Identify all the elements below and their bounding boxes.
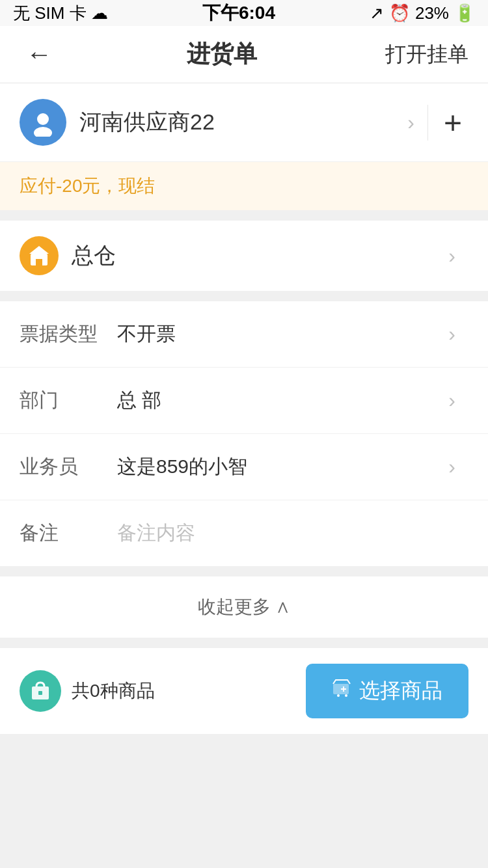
invoice-type-value: 不开票 xyxy=(98,321,448,347)
product-count-text: 共0种商品 xyxy=(72,679,155,703)
payment-notice: 应付-20元，现结 xyxy=(0,162,488,210)
select-product-label: 选择商品 xyxy=(359,677,442,705)
chevron-right-icon: › xyxy=(407,111,414,135)
battery-icon: 🔋 xyxy=(454,3,475,23)
department-value: 总 部 xyxy=(98,387,448,414)
department-row[interactable]: 部门 总 部 › xyxy=(0,368,488,434)
invoice-type-label: 票据类型 xyxy=(20,321,98,347)
nav-bar: ← 进货单 打开挂单 xyxy=(0,26,488,83)
open-pending-button[interactable]: 打开挂单 xyxy=(385,40,468,69)
cart-icon xyxy=(332,679,351,703)
collapse-label: 收起更多 ∧ xyxy=(198,595,291,619)
remark-row[interactable]: 备注 备注内容 xyxy=(0,500,488,566)
warehouse-icon xyxy=(20,236,59,275)
status-right: ↗ ⏰ 23% 🔋 xyxy=(370,3,475,23)
battery-text: 23% xyxy=(415,3,449,23)
svg-point-9 xyxy=(345,694,347,697)
remark-input[interactable]: 备注内容 xyxy=(98,520,468,547)
svg-point-1 xyxy=(34,127,52,137)
warehouse-row[interactable]: 总仓 › xyxy=(0,221,488,291)
warehouse-name: 总仓 xyxy=(72,241,448,271)
svg-point-0 xyxy=(37,113,49,125)
svg-rect-4 xyxy=(36,259,42,265)
supplier-section: 河南供应商22 › + 应付-20元，现结 xyxy=(0,83,488,210)
salesperson-row[interactable]: 业务员 这是859的小智 › xyxy=(0,434,488,500)
product-count-wrap: 共0种商品 xyxy=(20,670,155,712)
chevron-right-icon: › xyxy=(448,388,455,413)
salesperson-value: 这是859的小智 xyxy=(98,454,448,480)
chevron-right-icon: › xyxy=(448,244,455,268)
signal-text: 无 SIM 卡 ☁ xyxy=(13,2,108,25)
chevron-right-icon: › xyxy=(448,322,455,346)
page-title: 进货单 xyxy=(187,38,257,70)
supplier-row[interactable]: 河南供应商22 › + xyxy=(0,83,488,162)
svg-marker-3 xyxy=(29,246,49,254)
supplier-name: 河南供应商22 xyxy=(79,107,407,137)
location-icon: ↗ xyxy=(370,3,384,23)
collapse-button[interactable]: 收起更多 ∧ xyxy=(0,576,488,638)
alarm-icon: ⏰ xyxy=(389,3,410,23)
salesperson-label: 业务员 xyxy=(20,454,98,480)
svg-rect-6 xyxy=(38,691,42,695)
remark-label: 备注 xyxy=(20,520,98,547)
status-left: 无 SIM 卡 ☁ xyxy=(13,2,108,25)
bottom-bar: 共0种商品 选择商品 xyxy=(0,648,488,734)
select-product-button[interactable]: 选择商品 xyxy=(306,664,468,718)
product-icon-circle xyxy=(20,670,61,712)
supplier-avatar xyxy=(20,99,66,146)
add-supplier-button[interactable]: + xyxy=(427,105,468,141)
department-label: 部门 xyxy=(20,387,98,414)
status-time: 下午6:04 xyxy=(202,1,275,25)
back-button[interactable]: ← xyxy=(20,33,59,75)
svg-point-8 xyxy=(337,694,340,697)
chevron-right-icon: › xyxy=(448,455,455,479)
invoice-type-row[interactable]: 票据类型 不开票 › xyxy=(0,301,488,368)
form-section: 票据类型 不开票 › 部门 总 部 › 业务员 这是859的小智 › 备注 备注… xyxy=(0,301,488,566)
status-bar: 无 SIM 卡 ☁ 下午6:04 ↗ ⏰ 23% 🔋 xyxy=(0,0,488,26)
main-content: 河南供应商22 › + 应付-20元，现结 总仓 › 票据类型 不开票 › 部门… xyxy=(0,83,488,734)
